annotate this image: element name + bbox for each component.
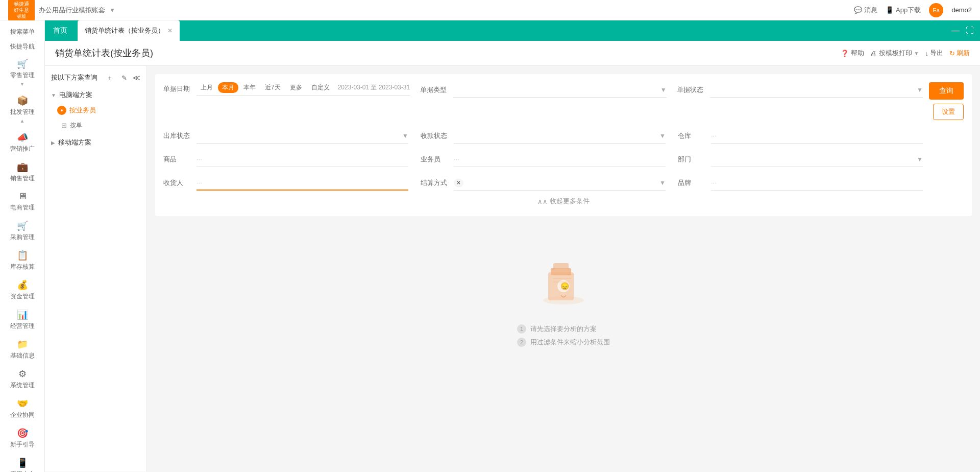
date-last-month[interactable]: 上月 — [197, 82, 217, 93]
sidebar-item-sales[interactable]: 💼 销售管理 — [0, 157, 44, 187]
delivery-select[interactable]: ▼ — [197, 128, 408, 144]
empty-tip-2: 2 用过滤条件来缩小分析范围 — [517, 338, 610, 347]
filter-warehouse-cell: 仓库 ··· — [678, 128, 923, 144]
department-arrow: ▼ — [917, 156, 923, 163]
goods-dots: ··· — [197, 155, 202, 163]
date-current-month[interactable]: 本月 — [218, 82, 238, 93]
sidebar-item-apps[interactable]: 📱 应用中心 — [0, 453, 44, 472]
scheme-salesperson-label: 按业务员 — [69, 106, 96, 115]
app-container: 畅捷通好生意标版 办公用品行业模拟账套 ▼ 💬 消息 📱 App下载 Ea de… — [0, 0, 980, 472]
tab-home[interactable]: 首页 — [45, 20, 76, 41]
brand-select[interactable]: ··· — [711, 175, 923, 191]
collapse-up-icon: ∧∧ — [537, 198, 548, 205]
date-more[interactable]: 更多 — [286, 82, 306, 93]
sidebar-item-finance[interactable]: 💰 资金管理 — [0, 275, 44, 305]
filter-brand-cell: 品牌 ··· — [678, 175, 923, 191]
mobile-scheme-group: ▶ 移动端方案 — [45, 135, 146, 150]
template-print-button[interactable]: 🖨 按模板打印 ▼ — [870, 49, 919, 58]
sidebar-item-operation[interactable]: 📊 经营管理 — [0, 305, 44, 335]
collapse-row: ∧∧ 收起更多条件 — [163, 195, 964, 208]
collapse-trigger[interactable]: ∧∧ 收起更多条件 — [531, 195, 596, 208]
consignee-dots: ··· — [197, 179, 202, 186]
sidebar-item-marketing-label: 营销推广 — [10, 145, 35, 153]
panel-collapse-button[interactable]: ≪ — [133, 74, 140, 82]
doc-type-label: 单据类型 — [420, 85, 453, 95]
left-panel-icons: + ✎ ≪ — [104, 72, 140, 83]
sidebar-item-inventory[interactable]: 📋 库存核算 — [0, 246, 44, 275]
wholesale-icon: 📦 — [17, 95, 28, 106]
add-scheme-button[interactable]: + — [104, 72, 115, 83]
date-current-year[interactable]: 本年 — [239, 82, 260, 93]
doc-status-select[interactable]: ▼ — [710, 82, 923, 98]
collapse-icon: ≪ — [133, 74, 140, 82]
refresh-button[interactable]: ↻ 刷新 — [949, 49, 970, 58]
date-custom[interactable]: 自定义 — [307, 82, 334, 93]
edit-scheme-button[interactable]: ✎ — [118, 72, 130, 83]
filter-row-2: 出库状态 ▼ 收款状态 — [163, 128, 964, 144]
workspace-arrow[interactable]: ▼ — [109, 7, 115, 14]
date-last7days[interactable]: 近7天 — [261, 82, 285, 93]
message-icon: 💬 — [854, 6, 862, 14]
settlement-tag-x[interactable]: × — [457, 179, 460, 186]
help-button[interactable]: ❓ 帮助 — [841, 49, 864, 58]
warehouse-dots: ··· — [711, 132, 717, 139]
filter-row-4: 收货人 ··· 结算方式 — [163, 175, 964, 191]
sidebar-item-marketing[interactable]: 📣 营销推广 — [0, 128, 44, 157]
sidebar-search-menu[interactable]: 搜索菜单 — [6, 25, 39, 39]
tab-active-label: 销货单统计表（按业务员） — [85, 26, 164, 35]
mobile-group-label: 移动端方案 — [58, 138, 91, 147]
salesperson-select[interactable]: ··· — [454, 152, 666, 167]
sidebar-item-system[interactable]: ⚙ 系统管理 — [0, 364, 44, 394]
consignee-input[interactable]: ··· — [197, 175, 408, 191]
tab-active[interactable]: 销货单统计表（按业务员） ✕ — [78, 20, 180, 41]
tab-expand-icon[interactable]: ⛶ — [964, 24, 976, 37]
sidebar-shortcut-nav[interactable]: 快捷导航 — [6, 39, 39, 54]
collapse-label: 收起更多条件 — [550, 197, 590, 206]
filter-row-1: 单据日期 上月 本月 本年 近7天 更多 自定义 2023-03-01 至 20… — [163, 82, 964, 120]
scheme-sub-order[interactable]: ⊞ 按单 — [45, 118, 146, 133]
sidebar-item-purchase-label: 采购管理 — [10, 233, 35, 242]
mobile-scheme-group-header[interactable]: ▶ 移动端方案 — [45, 135, 146, 150]
settings-button[interactable]: 设置 — [933, 104, 964, 120]
sidebar-item-basic[interactable]: 📁 基础信息 — [0, 335, 44, 364]
settlement-select[interactable]: × ▼ — [454, 175, 666, 191]
delivery-label: 出库状态 — [163, 131, 197, 140]
sidebar-item-ecommerce[interactable]: 🖥 电商管理 — [0, 187, 44, 216]
svg-text:😞: 😞 — [560, 282, 570, 291]
sidebar-item-wholesale[interactable]: 📦 批发管理 ▲ — [0, 91, 44, 128]
query-button[interactable]: 查询 — [929, 82, 964, 100]
sidebar-item-purchase[interactable]: 🛒 采购管理 — [0, 216, 44, 246]
sidebar-item-cooperation[interactable]: 🤝 企业协同 — [0, 394, 44, 423]
scheme-item-salesperson[interactable]: ● 按业务员 — [45, 103, 146, 118]
sidebar-item-basic-label: 基础信息 — [10, 351, 35, 360]
sub-order-icon: ⊞ — [61, 122, 67, 129]
purchase-icon: 🛒 — [17, 220, 28, 231]
filter-goods-cell: 商品 ··· — [163, 152, 408, 167]
export-button[interactable]: ↓ 导出 — [925, 49, 944, 58]
message-button[interactable]: 💬 消息 — [854, 6, 877, 15]
pc-scheme-group-header[interactable]: ▼ 电脑端方案 — [45, 87, 146, 103]
sidebar-item-retail[interactable]: 🛒 零售管理 ▼ — [0, 54, 44, 91]
goods-select[interactable]: ··· — [197, 152, 408, 167]
warehouse-label: 仓库 — [678, 131, 711, 140]
settlement-label: 结算方式 — [421, 178, 454, 187]
department-select[interactable]: ▼ — [711, 152, 923, 167]
warehouse-select[interactable]: ··· — [711, 128, 923, 144]
sidebar-item-operation-label: 经营管理 — [10, 322, 35, 331]
filter-settlement-cell: 结算方式 × ▼ — [421, 175, 666, 191]
filter-payment-cell: 收款状态 ▼ — [421, 128, 666, 144]
refresh-icon: ↻ — [949, 50, 955, 57]
edit-icon: ✎ — [121, 74, 127, 82]
payment-select[interactable]: ▼ — [454, 128, 666, 144]
tab-close-icon[interactable]: ✕ — [167, 27, 173, 34]
sidebar-item-newbie[interactable]: 🎯 新手引导 — [0, 423, 44, 453]
doc-type-arrow: ▼ — [660, 86, 667, 93]
template-print-label: 按模板打印 — [879, 49, 912, 58]
empty-tip-2-text: 用过滤条件来缩小分析范围 — [530, 338, 610, 347]
doc-type-select[interactable]: ▼ — [453, 82, 666, 98]
app-download-button[interactable]: 📱 App下载 — [886, 6, 921, 15]
user-name[interactable]: demo2 — [951, 6, 972, 14]
print-icon: 🖨 — [870, 50, 877, 57]
tab-minimize-icon[interactable]: — — [949, 24, 962, 37]
filter-salesperson-cell: 业务员 ··· — [421, 152, 666, 167]
